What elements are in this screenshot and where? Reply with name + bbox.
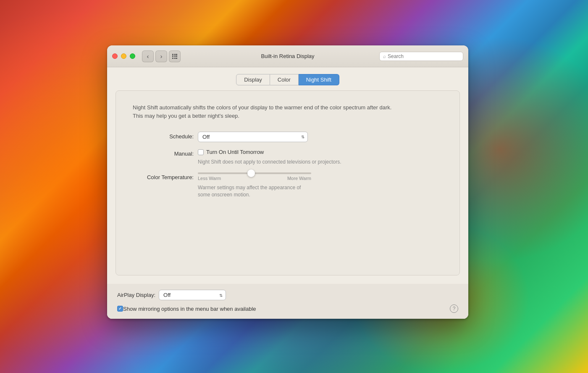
- schedule-select[interactable]: Off Sunset to Sunrise Custom: [198, 132, 308, 142]
- settings-panel: Night Shift automatically shifts the col…: [116, 90, 460, 275]
- schedule-label: Schedule:: [133, 132, 198, 140]
- less-warm-label: Less Warm: [198, 176, 221, 181]
- airplay-label: AirPlay Display:: [117, 292, 155, 298]
- help-button[interactable]: ?: [450, 304, 458, 313]
- airplay-row: AirPlay Display: Off Apple TV ⇅: [107, 284, 468, 303]
- tab-night-shift[interactable]: Night Shift: [299, 74, 339, 85]
- airplay-select-wrapper: Off Apple TV ⇅: [159, 290, 226, 300]
- turn-on-row: Turn On Until Tomorrow: [198, 149, 443, 155]
- slider-hint: Warmer settings may affect the appearanc…: [198, 184, 311, 198]
- manual-row: Manual: Turn On Until Tomorrow Night Shi…: [133, 149, 443, 166]
- grid-icon: [172, 54, 177, 59]
- color-temp-row: Color Temperature: Less Warm More Warm W…: [133, 172, 443, 198]
- nav-buttons: ‹ ›: [142, 50, 167, 62]
- main-window: ‹ › Built-in Retina Display ⌕: [107, 45, 468, 319]
- manual-hint: Night Shift does not apply to connected …: [198, 159, 443, 166]
- window-title: Built-in Retina Display: [261, 53, 314, 59]
- forward-icon: ›: [160, 53, 163, 60]
- tab-color[interactable]: Color: [270, 74, 299, 85]
- tab-display[interactable]: Display: [236, 74, 270, 85]
- manual-section: Turn On Until Tomorrow Night Shift does …: [198, 149, 443, 166]
- mirroring-row: Show mirroring options in the menu bar w…: [107, 303, 468, 319]
- slider-container: Less Warm More Warm Warmer settings may …: [198, 172, 443, 198]
- content-area: Display Color Night Shift Night Shift au…: [107, 67, 468, 319]
- airplay-select[interactable]: Off Apple TV: [159, 290, 226, 300]
- schedule-select-wrapper: Off Sunset to Sunrise Custom ⇅: [198, 132, 308, 142]
- turn-on-label: Turn On Until Tomorrow: [206, 149, 264, 155]
- manual-control: Turn On Until Tomorrow Night Shift does …: [198, 149, 443, 166]
- mirroring-checkbox[interactable]: [117, 306, 123, 312]
- minimize-button[interactable]: [121, 53, 126, 59]
- tabs-bar: Display Color Night Shift: [107, 67, 468, 90]
- schedule-control: Off Sunset to Sunrise Custom ⇅: [198, 132, 443, 142]
- more-warm-label: More Warm: [287, 176, 311, 181]
- close-button[interactable]: [112, 53, 118, 59]
- forward-button[interactable]: ›: [155, 50, 167, 62]
- maximize-button[interactable]: [130, 53, 135, 59]
- turn-on-checkbox[interactable]: [198, 149, 204, 155]
- search-bar[interactable]: ⌕: [379, 52, 463, 61]
- back-icon: ‹: [147, 53, 149, 60]
- schedule-row: Schedule: Off Sunset to Sunrise Custom ⇅: [133, 132, 443, 142]
- desktop: ‹ › Built-in Retina Display ⌕: [0, 0, 588, 373]
- form-rows: Schedule: Off Sunset to Sunrise Custom ⇅: [133, 132, 443, 198]
- search-input[interactable]: [388, 53, 459, 59]
- description-text: Night Shift automatically shifts the col…: [133, 103, 402, 120]
- color-temp-slider[interactable]: [198, 172, 311, 174]
- slider-labels: Less Warm More Warm: [198, 176, 311, 181]
- back-button[interactable]: ‹: [142, 50, 154, 62]
- traffic-lights: [112, 53, 135, 59]
- search-icon: ⌕: [383, 53, 386, 59]
- grid-view-button[interactable]: [169, 50, 181, 62]
- color-temp-label: Color Temperature:: [133, 172, 198, 180]
- mirroring-label: Show mirroring options in the menu bar w…: [123, 306, 256, 312]
- titlebar: ‹ › Built-in Retina Display ⌕: [107, 45, 468, 67]
- bottom-section: AirPlay Display: Off Apple TV ⇅ Show mir…: [107, 284, 468, 319]
- color-temp-control: Less Warm More Warm Warmer settings may …: [198, 172, 443, 198]
- manual-label: Manual:: [133, 149, 198, 157]
